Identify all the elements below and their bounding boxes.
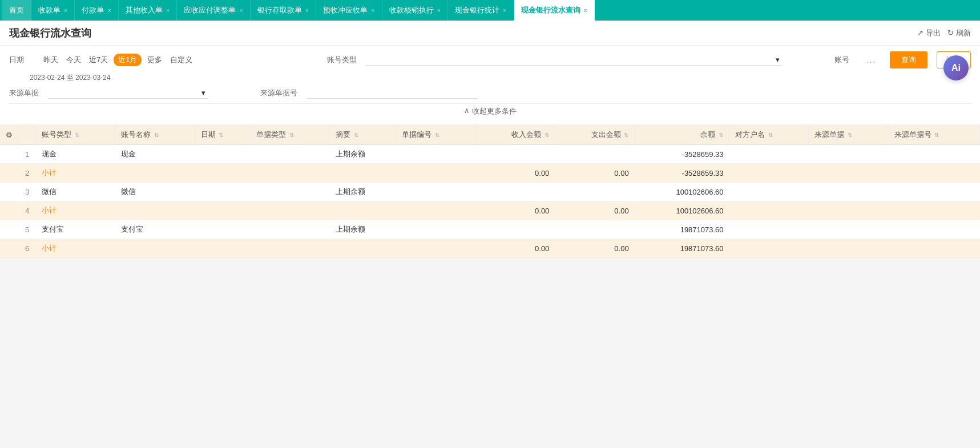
date-btn-today[interactable]: 今天 xyxy=(64,54,83,66)
account-dots[interactable]: ... xyxy=(866,56,876,64)
account-type-label: 账号类型 xyxy=(327,55,357,65)
close-icon[interactable]: × xyxy=(64,7,67,14)
expense-header[interactable]: 支出金额 ⇅ xyxy=(555,125,634,145)
date-btn-more[interactable]: 更多 xyxy=(145,54,164,66)
nav-tab-payment[interactable]: 付款单 × xyxy=(75,0,118,21)
income-header[interactable]: 收入金额 ⇅ xyxy=(475,125,555,145)
close-icon[interactable]: × xyxy=(503,7,506,14)
source-voucher-label: 来源单据 xyxy=(9,88,39,98)
ai-label: Ai xyxy=(951,63,961,73)
sort-icon: ⇅ xyxy=(435,132,439,138)
summary-header[interactable]: 摘要 ⇅ xyxy=(330,125,396,145)
nav-tab-cash-bank-stats-label: 现金银行统计 xyxy=(455,5,499,15)
header-actions: ↗ 导出 ↻ 刷新 xyxy=(917,28,971,38)
nav-tab-ar-adjustment-label: 应收应付调整单 xyxy=(184,5,236,15)
collapse-row[interactable]: ∧ 收起更多条件 xyxy=(9,103,971,119)
source-voucher-num-input[interactable] xyxy=(306,87,478,99)
date-btn-yesterday[interactable]: 昨天 xyxy=(41,54,61,66)
refresh-icon: ↻ xyxy=(947,29,954,37)
table-row[interactable]: 6小计0.000.0019871073.60 xyxy=(0,239,980,258)
nav-tab-advance-offset-label: 预收冲应收单 xyxy=(323,5,368,15)
sort-icon: ⇅ xyxy=(934,132,939,138)
gear-column-header[interactable]: ⚙ xyxy=(0,125,19,145)
nav-tab-cash-bank-flow-label: 现金银行流水查询 xyxy=(521,5,580,15)
nav-tab-collection-exec-label: 收款核销执行 xyxy=(389,5,434,15)
date-btn-7days[interactable]: 近7天 xyxy=(87,54,110,66)
close-icon[interactable]: × xyxy=(437,7,441,14)
table-header-row: ⚙ 账号类型 ⇅ 账号名称 ⇅ 日期 ⇅ 单据类型 ⇅ xyxy=(0,125,980,145)
page-title: 现金银行流水查询 xyxy=(9,26,91,40)
filter-row-1: 日期 昨天 今天 近7天 近1月 更多 自定义 账号类型 ▾ 账号 ... 查询… xyxy=(9,51,971,68)
close-icon[interactable]: × xyxy=(305,7,309,14)
close-icon[interactable]: × xyxy=(166,7,170,14)
close-icon[interactable]: × xyxy=(371,7,374,14)
nav-tab-payment-label: 付款单 xyxy=(82,5,104,15)
export-label: 导出 xyxy=(926,28,941,38)
collapse-icon: ∧ xyxy=(464,106,470,116)
source-voucher-select[interactable]: ▾ xyxy=(48,87,208,99)
sort-icon: ⇅ xyxy=(354,132,358,138)
sort-icon: ⇅ xyxy=(154,132,159,138)
sort-icon: ⇅ xyxy=(75,132,79,138)
chevron-down-icon-2: ▾ xyxy=(201,88,205,97)
data-table: ⚙ 账号类型 ⇅ 账号名称 ⇅ 日期 ⇅ 单据类型 ⇅ xyxy=(0,125,980,258)
source-voucher-num-label: 来源单据号 xyxy=(260,88,297,98)
table-row[interactable]: 3微信微信上期余额100102606.60 xyxy=(0,183,980,201)
export-icon: ↗ xyxy=(917,29,923,37)
filter-area: 日期 昨天 今天 近7天 近1月 更多 自定义 账号类型 ▾ 账号 ... 查询… xyxy=(0,46,980,125)
row-num-header xyxy=(19,125,36,145)
nav-tab-other-income[interactable]: 其他收入单 × xyxy=(119,0,177,21)
nav-tab-receipt-label: 收款单 xyxy=(38,5,61,15)
nav-tab-collection-exec[interactable]: 收款核销执行 × xyxy=(382,0,448,21)
account-type-header[interactable]: 账号类型 ⇅ xyxy=(36,125,115,145)
source-voucher-num-header[interactable]: 来源单据号 ⇅ xyxy=(888,125,979,145)
nav-tab-other-income-label: 其他收入单 xyxy=(126,5,163,15)
ai-assistant-button[interactable]: Ai xyxy=(943,55,969,80)
source-voucher-header[interactable]: 来源单据 ⇅ xyxy=(809,125,888,145)
sort-icon: ⇅ xyxy=(219,132,223,138)
account-name-header[interactable]: 账号名称 ⇅ xyxy=(115,125,195,145)
table-row[interactable]: 1现金现金上期余额-3528659.33 xyxy=(0,145,980,164)
balance-header[interactable]: 余额 ⇅ xyxy=(635,125,729,145)
voucher-num-header[interactable]: 单据编号 ⇅ xyxy=(396,125,475,145)
refresh-button[interactable]: ↻ 刷新 xyxy=(947,28,971,38)
table-row[interactable]: 2小计0.000.00-3528659.33 xyxy=(0,164,980,183)
close-icon[interactable]: × xyxy=(107,7,111,14)
table-row[interactable]: 5支付宝支付宝上期余额19871073.60 xyxy=(0,220,980,239)
date-label: 日期 xyxy=(9,55,32,65)
collapse-label: 收起更多条件 xyxy=(472,106,517,116)
table-row[interactable]: 4小计0.000.00100102606.60 xyxy=(0,201,980,220)
date-range: 2023-02-24 至 2023-03-24 xyxy=(30,74,110,82)
date-shortcuts: 昨天 今天 近7天 近1月 更多 自定义 xyxy=(41,54,195,66)
nav-tab-bank-deposit[interactable]: 银行存取款单 × xyxy=(251,0,316,21)
nav-tab-cash-bank-stats[interactable]: 现金银行统计 × xyxy=(448,0,514,21)
nav-tab-home[interactable]: 首页 xyxy=(2,0,31,21)
export-button[interactable]: ↗ 导出 xyxy=(917,28,941,38)
counter-party-header[interactable]: 对方户名 ⇅ xyxy=(729,125,809,145)
nav-tab-receipt[interactable]: 收款单 × xyxy=(31,0,75,21)
refresh-label: 刷新 xyxy=(956,28,971,38)
sort-icon: ⇅ xyxy=(719,132,723,138)
sort-icon: ⇅ xyxy=(624,132,628,138)
chevron-down-icon: ▾ xyxy=(776,55,780,64)
page-header: 现金银行流水查询 ↗ 导出 ↻ 刷新 xyxy=(0,21,980,46)
sort-icon: ⇅ xyxy=(848,132,852,138)
nav-tab-advance-offset[interactable]: 预收冲应收单 × xyxy=(316,0,382,21)
date-btn-1month[interactable]: 近1月 xyxy=(114,54,142,66)
date-btn-custom[interactable]: 自定义 xyxy=(168,54,195,66)
nav-tab-ar-adjustment[interactable]: 应收应付调整单 × xyxy=(177,0,250,21)
date-header[interactable]: 日期 ⇅ xyxy=(195,125,251,145)
close-icon[interactable]: × xyxy=(584,7,587,14)
sort-icon: ⇅ xyxy=(289,132,294,138)
top-nav: 首页 收款单 × 付款单 × 其他收入单 × 应收应付调整单 × 银行存取款单 … xyxy=(0,0,980,21)
voucher-type-header[interactable]: 单据类型 ⇅ xyxy=(251,125,330,145)
account-type-select[interactable]: ▾ xyxy=(366,54,782,66)
close-icon[interactable]: × xyxy=(239,7,243,14)
sort-icon: ⇅ xyxy=(545,132,549,138)
nav-tab-home-label: 首页 xyxy=(9,5,24,15)
nav-tab-cash-bank-flow[interactable]: 现金银行流水查询 × xyxy=(514,0,595,21)
account-label: 账号 xyxy=(834,55,857,65)
query-button[interactable]: 查询 xyxy=(890,51,927,68)
table-container: ⚙ 账号类型 ⇅ 账号名称 ⇅ 日期 ⇅ 单据类型 ⇅ xyxy=(0,125,980,258)
sort-icon: ⇅ xyxy=(768,132,773,138)
